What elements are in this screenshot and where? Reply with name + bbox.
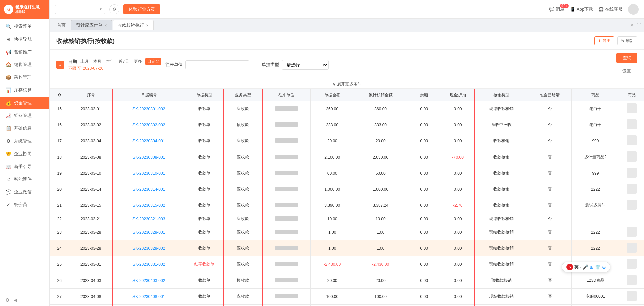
sogou-brand-icon[interactable]: S [566,264,573,270]
bill-no-link[interactable]: SK-20230301-002 [132,107,165,111]
cell-num: 19 [50,165,69,181]
cell-billno[interactable]: SK-20230301-002 [113,101,185,117]
bill-no-link[interactable]: SK-20230403-002 [132,278,165,283]
bill-type-select[interactable]: 请选择 [282,60,329,70]
cell-billno[interactable]: SK-20230328-001 [113,224,185,240]
cell-billno[interactable]: SK-20230314-001 [113,181,185,197]
bill-no-link[interactable]: SK-20230331-002 [132,262,165,267]
tab-expand-icon[interactable]: ⛶ [637,23,641,28]
sidebar-item-quicknav[interactable]: ⊞ 快捷导航 [0,33,49,46]
filter-date-thismonth[interactable]: 本月 [92,58,103,65]
cell-billno[interactable]: SK-20230308-001 [113,149,185,165]
bill-no-link[interactable]: SK-20230302-002 [132,123,165,127]
cell-verifytype: 收款核销 [475,133,528,149]
sidebar-item-finance[interactable]: 💰 资金管理 [0,97,49,109]
online-service-button[interactable]: 🎧 在线客服 [598,6,623,12]
settings-col-icon[interactable]: ⚙ [58,93,61,97]
cell-billno[interactable]: SK-20230315-002 [113,197,185,213]
filter-date-custom[interactable]: 自定义 [145,58,161,65]
cell-billno[interactable]: SK-20230418-001 [113,305,185,306]
sidebar-item-guide[interactable]: 📖 新手引导 [0,160,49,173]
grid-icon[interactable]: ⊞ [590,264,594,270]
cell-num: 16 [50,117,69,133]
query-button[interactable]: 查询 [616,53,637,63]
tab-payables[interactable]: 预计应应付单 ✕ [71,20,112,30]
cell-partner [262,224,311,240]
sidebar-item-marketing[interactable]: 📢 营销推广 [0,46,49,58]
page-title: 收款核销执行(按收款) [56,37,115,45]
sidebar-item-wechat[interactable]: 💬 企业微信 [0,186,49,198]
solution-button[interactable]: 体验行业方案 [123,4,160,14]
table-container[interactable]: ⚙ 序号 单据编号 单据类型 业务类型 往来单位 单据金额 累计核销金额 [50,89,644,306]
message-icon: 💬 [549,7,554,12]
cell-billno[interactable]: SK-20230302-002 [113,117,185,133]
sidebar-item-operation[interactable]: 📈 经营管理 [0,109,49,122]
filter-date-lastmonth[interactable]: 上月 [79,58,90,65]
tab-payables-close-icon[interactable]: ✕ [104,24,107,27]
bill-no-link[interactable]: SK-20230321-003 [132,217,165,221]
sidebar-item-hardware[interactable]: 🖨 智能硬件 [0,173,49,186]
sidebar-item-system[interactable]: ⚙ 系统管理 [0,135,49,147]
bill-no-link[interactable]: SK-20230408-001 [132,294,165,299]
cell-billno[interactable]: SK-20230304-001 [113,133,185,149]
cell-billno[interactable]: SK-20230310-001 [113,165,185,181]
bill-no-link[interactable]: SK-20230308-001 [132,155,165,160]
app-download-button[interactable]: 📱 App下载 [570,6,593,12]
th-num: ⚙ [50,89,69,101]
cell-date: 2023-03-21 [69,213,113,224]
filter-date-7days[interactable]: 近7天 [117,58,130,65]
filter-settings-button[interactable]: 设置 [616,66,637,76]
cell-billno[interactable]: SK-20230331-002 [113,256,185,272]
sidebar-item-search[interactable]: 🔍 搜索菜单 [0,20,49,33]
cell-inclsettled: 否 [528,289,572,305]
cell-partner [262,272,311,289]
cell-billno[interactable]: SK-20230408-001 [113,289,185,305]
shirt-icon[interactable]: 👕 [595,264,601,270]
cell-biztype: 应收款 [224,256,262,272]
refresh-button[interactable]: ↻ 刷新 [617,36,637,45]
bill-no-link[interactable]: SK-20230314-001 [132,187,165,192]
settings-gear-icon[interactable]: ⚙ [5,297,10,303]
export-button[interactable]: ⬆ 导出 [594,36,614,45]
messages-button[interactable]: 💬 消息 99+ [549,6,565,12]
sidebar-item-basic[interactable]: 📋 基础信息 [0,122,49,135]
tab-receipt-verify-close-icon[interactable]: ✕ [146,24,149,27]
user-avatar[interactable] [628,4,639,15]
topbar-settings-button[interactable]: ⚙ [109,4,119,14]
bill-no-link[interactable]: SK-20230304-001 [132,139,165,143]
collapse-icon[interactable]: ◀ [14,297,17,303]
bill-no-link[interactable]: SK-20230328-001 [132,230,165,235]
cell-billno[interactable]: SK-20230321-003 [113,213,185,224]
cell-verifytype: 现结收款核销 [475,213,528,224]
expand-more-button[interactable]: ∨ 展开更多条件 [333,81,361,87]
sidebar-item-sales[interactable]: 🏠 销售管理 [0,58,49,71]
sidebar-item-inventory[interactable]: 📊 库存核算 [0,84,49,97]
cell-billno[interactable]: SK-20230403-002 [113,272,185,289]
mic-icon[interactable]: 🎤 [583,264,588,270]
sidebar-item-purchase[interactable]: 📦 采购管理 [0,71,49,84]
filter-toggle-button[interactable]: » [56,61,64,69]
table-row: 272023-04-08SK-20230408-001收款单应收款100.001… [50,289,644,305]
sidebar-item-member[interactable]: ✓ 畅会员 [0,198,49,211]
topbar-select[interactable]: ▼ [55,5,105,14]
float-label-ying: 英 [574,264,579,270]
plus-icon[interactable]: ⊕ [602,264,606,270]
cell-biztype: 应收款 [224,240,262,256]
table-row: 162023-03-02SK-20230302-002收款单预收款333.003… [50,117,644,133]
tab-home[interactable]: 首页 [52,20,70,30]
cell-cumverify: 1.00 [354,240,407,256]
tab-close-all-icon[interactable]: ✕ [630,23,634,28]
cell-billno[interactable]: SK-20230328-002 [113,240,185,256]
bill-no-link[interactable]: SK-20230310-001 [132,171,165,176]
partner-input[interactable] [185,60,249,69]
sidebar-item-corp[interactable]: 🤝 企业协同 [0,147,49,160]
filter-date-more[interactable]: 更多 [132,58,143,65]
cell-balance: 0.00 [407,101,441,117]
cell-biztype: 应收款 [224,101,262,117]
bill-no-link[interactable]: SK-20230328-002 [132,246,165,251]
cell-inclsettled: 否 [528,133,572,149]
filter-date-thisyear[interactable]: 本年 [105,58,115,65]
tab-receipt-verify[interactable]: 收款核销执行 ✕ [113,20,154,30]
cell-partner [262,117,311,133]
bill-no-link[interactable]: SK-20230315-002 [132,203,165,208]
